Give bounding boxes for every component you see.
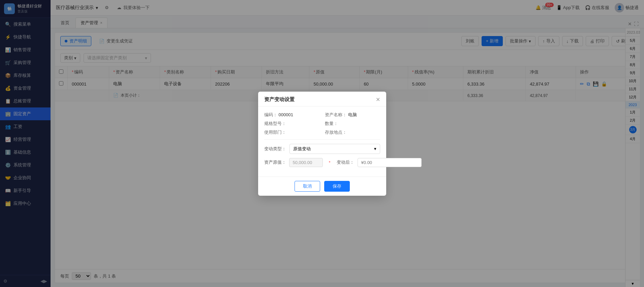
modal-divider [264,139,380,140]
modal-quantity-label: 数量： [325,121,338,127]
modal-save-btn[interactable]: 保存 [324,181,350,192]
modal-header: 资产变动设置 ✕ [258,92,386,106]
modal-after-label: 变动后： [337,159,354,165]
modal-location-field: 存放地点： [325,129,380,135]
modal-info-grid: 编码： 000001 资产名称： 电脑 规格型号： 数量： 使用部门： [264,112,380,135]
modal-dept-label: 使用部门： [264,129,286,135]
modal-title: 资产变动设置 [264,96,295,103]
modal-name-label: 资产名称： [325,112,347,118]
modal-code-label: 编码： [264,112,277,118]
modal-change-type-select[interactable]: 原值变动 ▾ [289,144,380,154]
modal-code-value: 000001 [279,112,293,117]
modal-code-field: 编码： 000001 [264,112,319,118]
modal-after-input[interactable] [358,158,422,167]
modal-original-value-input [289,158,323,167]
modal-value-field: 资产原值： * 变动后： [264,158,380,167]
modal-spec-label: 规格型号： [264,121,286,127]
modal-original-value-label: 资产原值： [264,159,286,165]
modal-save-label: 保存 [333,184,341,189]
modal-quantity-field: 数量： [325,121,380,127]
modal-change-type-label: 变动类型： [264,146,286,152]
modal-dept-field: 使用部门： [264,129,319,135]
modal-footer: 取消 保存 [258,177,386,196]
modal-location-label: 存放地点： [325,129,347,135]
modal-name-value: 电脑 [348,112,357,118]
modal-overlay: 资产变动设置 ✕ 编码： 000001 资产名称： 电脑 规格型号： 数量： [0,0,644,287]
modal-required-mark: * [329,160,331,165]
modal-change-type-dropdown-icon: ▾ [374,146,376,151]
modal-cancel-label: 取消 [303,184,312,189]
modal-spec-field: 规格型号： [264,121,319,127]
modal-cancel-btn[interactable]: 取消 [295,181,320,192]
modal-name-field: 资产名称： 电脑 [325,112,380,118]
asset-change-modal: 资产变动设置 ✕ 编码： 000001 资产名称： 电脑 规格型号： 数量： [258,92,386,196]
modal-change-type-value: 原值变动 [293,146,311,152]
modal-close-btn[interactable]: ✕ [376,96,380,103]
modal-change-type-field: 变动类型： 原值变动 ▾ [264,144,380,154]
modal-body: 编码： 000001 资产名称： 电脑 规格型号： 数量： 使用部门： [258,106,386,177]
